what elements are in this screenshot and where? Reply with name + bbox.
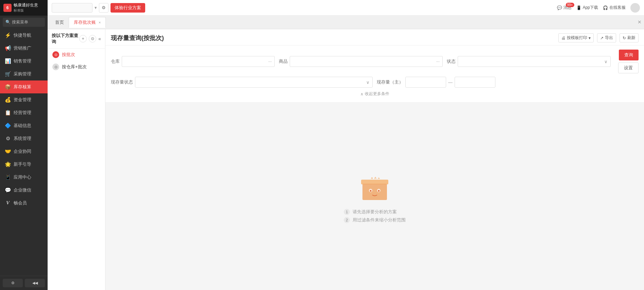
query-button[interactable]: 查询 bbox=[619, 50, 639, 60]
sidebar-item-basic[interactable]: 🔷 基础信息 bbox=[0, 119, 48, 132]
settings-bottom-btn[interactable]: ⚙ bbox=[3, 279, 23, 287]
status-label: 状态 bbox=[447, 58, 456, 65]
refresh-btn[interactable]: ↻ 刷新 bbox=[620, 33, 639, 42]
tip-num-2: 2 bbox=[344, 217, 350, 223]
warehouse-more-icon[interactable]: ··· bbox=[268, 59, 272, 64]
set-button[interactable]: 设置 bbox=[618, 62, 639, 73]
svg-point-4 bbox=[370, 190, 372, 192]
finance-icon: 💰 bbox=[5, 97, 11, 103]
tab-close-main-btn[interactable]: × bbox=[638, 19, 641, 26]
app-name: 畅康通好生意 bbox=[14, 3, 38, 8]
online-service-btn[interactable]: 🎧 在线客服 bbox=[603, 5, 626, 11]
messages-btn[interactable]: 💬 消息 99+ bbox=[557, 5, 572, 11]
collapse-sidebar-btn[interactable]: ◀◀ bbox=[25, 279, 45, 287]
inventory-status-label: 现存量状态 bbox=[111, 79, 133, 85]
topbar-gear-button[interactable]: ⚙ bbox=[99, 3, 108, 13]
wechat-icon: 💬 bbox=[5, 187, 11, 193]
sidebar-item-label: 企业协同 bbox=[14, 148, 31, 155]
sidebar-item-operations[interactable]: 📋 经营管理 bbox=[0, 106, 48, 119]
sidebar-item-enterprise[interactable]: 🤝 企业协同 bbox=[0, 145, 48, 158]
sidebar-search[interactable]: 🔍 搜索菜单 bbox=[3, 18, 45, 27]
product-label: 商品 bbox=[279, 58, 288, 65]
inventory-qty-to[interactable] bbox=[455, 77, 495, 88]
sidebar-item-system[interactable]: ⚙ 系统管理 bbox=[0, 132, 48, 145]
home-tab-label: 首页 bbox=[55, 19, 64, 25]
status-select[interactable]: ∨ bbox=[458, 56, 611, 67]
service-icon: 🎧 bbox=[603, 5, 608, 10]
tab-home[interactable]: 首页 bbox=[50, 17, 69, 28]
collapse-label: 收起更多条件 bbox=[365, 91, 389, 97]
purchase-icon: 🛒 bbox=[5, 71, 11, 77]
sidebar-item-finance[interactable]: 💰 资金管理 bbox=[0, 93, 48, 106]
tab-close-icon[interactable]: × bbox=[99, 21, 101, 24]
tabbar: 首页 库存批次账 × × bbox=[48, 16, 644, 29]
quicknav-icon: ⚡ bbox=[5, 32, 11, 38]
plan-settings-btn[interactable]: ⊙ bbox=[89, 35, 96, 42]
tab-label: 库存批次账 bbox=[74, 19, 96, 25]
print-label: 按模板打印 bbox=[567, 35, 587, 41]
plan-item-batch[interactable]: ⊙ 按批次 bbox=[48, 49, 105, 61]
sidebar-item-label: 新手引导 bbox=[14, 161, 31, 167]
sidebar-item-marketing[interactable]: 📢 营销推广 bbox=[0, 42, 48, 55]
plan-icon-active: ⊙ bbox=[52, 51, 59, 58]
sidebar-item-vip[interactable]: V 畅会员 bbox=[0, 197, 48, 210]
export-label: 导出 bbox=[605, 35, 613, 41]
left-panel-header: 按以下方案查询 + ⊙ « bbox=[48, 29, 105, 49]
plan-item-warehouse-batch[interactable]: ⊙ 按仓库+批次 bbox=[48, 61, 105, 73]
message-badge: 99+ bbox=[566, 3, 574, 7]
settings-icon: ⊙ bbox=[91, 36, 94, 41]
search-icon: 🔍 bbox=[5, 20, 11, 24]
empty-illustration bbox=[358, 169, 392, 203]
tip-text-2: 用过滤条件来缩小分析范围 bbox=[353, 217, 406, 223]
product-input[interactable]: ··· bbox=[290, 56, 443, 67]
print-btn[interactable]: 🖨 按模板打印 ▾ bbox=[558, 33, 594, 42]
add-plan-btn[interactable]: + bbox=[79, 35, 87, 42]
inventory-icon: 📦 bbox=[5, 84, 11, 90]
left-panel-title: 按以下方案查询 bbox=[52, 33, 79, 45]
topbar-left: ▾ ⚙ 体验行业方案 bbox=[52, 3, 554, 13]
sidebar-item-inventory[interactable]: 📦 库存核算 bbox=[0, 80, 48, 93]
sidebar-item-label: 资金管理 bbox=[14, 97, 31, 103]
topbar-search-input[interactable] bbox=[52, 3, 92, 13]
export-btn[interactable]: ↗ 导出 bbox=[597, 33, 616, 42]
filter-inventory-status: 现存量状态 ∨ bbox=[111, 77, 373, 88]
filter-warehouse: 仓库 ··· bbox=[111, 56, 275, 67]
sidebar-item-quicknav[interactable]: ⚡ 快捷导航 bbox=[0, 29, 48, 42]
sidebar-menu: ⚡ 快捷导航 📢 营销推广 📊 销售管理 🛒 采购管理 📦 库存核算 💰 资金管… bbox=[0, 29, 48, 276]
filter-row-1: 仓库 ··· 商品 ··· 状态 bbox=[111, 50, 639, 73]
topbar-arrow-icon[interactable]: ▾ bbox=[95, 5, 97, 10]
warehouse-label: 仓库 bbox=[111, 58, 120, 65]
left-panel: 按以下方案查询 + ⊙ « ⊙ 按批次 ⊙ 按仓库+批次 bbox=[48, 29, 105, 290]
trial-btn[interactable]: 体验行业方案 bbox=[111, 3, 145, 13]
sidebar-item-purchase[interactable]: 🛒 采购管理 bbox=[0, 68, 48, 80]
sidebar-item-apps[interactable]: 📱 应用中心 bbox=[0, 171, 48, 184]
inventory-status-select[interactable]: ∨ bbox=[135, 77, 373, 88]
user-avatar[interactable] bbox=[630, 3, 640, 13]
tab-inventory-batch[interactable]: 库存批次账 × bbox=[69, 17, 106, 28]
topbar: ▾ ⚙ 体验行业方案 💬 消息 99+ 📱 App下载 🎧 在线客服 bbox=[48, 0, 644, 16]
print-icon: 🖨 bbox=[561, 36, 565, 40]
empty-tip-1: 1 请先选择要分析的方案 bbox=[344, 209, 406, 215]
plan-label: 按批次 bbox=[62, 52, 75, 58]
empty-tips: 1 请先选择要分析的方案 2 用过滤条件来缩小分析范围 bbox=[344, 209, 406, 223]
print-arrow-icon: ▾ bbox=[589, 36, 591, 40]
sidebar-item-label: 库存核算 bbox=[14, 84, 31, 90]
warehouse-input[interactable]: ··· bbox=[122, 56, 275, 67]
sidebar-item-guide[interactable]: 🌟 新手引导 bbox=[0, 158, 48, 171]
sidebar-item-label: 销售管理 bbox=[14, 58, 31, 64]
filter-row-2: 现存量状态 ∨ 现存量（主） — bbox=[111, 77, 639, 88]
basic-icon: 🔷 bbox=[5, 123, 11, 129]
product-more-icon[interactable]: ··· bbox=[436, 59, 440, 64]
left-panel-icons: + ⊙ « bbox=[79, 35, 101, 42]
collapse-left-panel-btn[interactable]: « bbox=[98, 36, 101, 41]
plan-icon-inactive: ⊙ bbox=[52, 64, 59, 70]
online-service-label: 在线客服 bbox=[609, 5, 626, 11]
collapse-more-btn[interactable]: ∧ 收起更多条件 bbox=[111, 90, 639, 98]
empty-state: 1 请先选择要分析的方案 2 用过滤条件来缩小分析范围 bbox=[344, 169, 406, 223]
sidebar-item-sales[interactable]: 📊 销售管理 bbox=[0, 55, 48, 68]
sidebar-item-wechat[interactable]: 💬 企业微信 bbox=[0, 184, 48, 197]
guide-icon: 🌟 bbox=[5, 161, 11, 167]
app-download-btn[interactable]: 📱 App下载 bbox=[576, 5, 598, 11]
inventory-qty-from[interactable] bbox=[405, 77, 446, 88]
empty-tip-2: 2 用过滤条件来缩小分析范围 bbox=[344, 217, 406, 223]
